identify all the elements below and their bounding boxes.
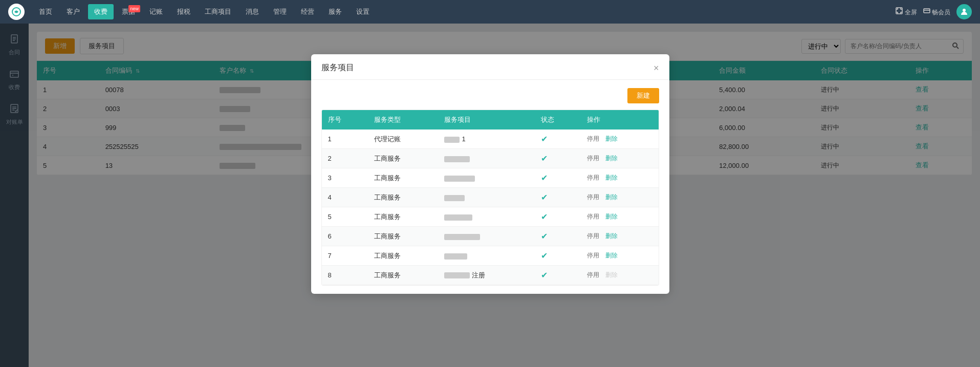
- top-nav: 首页 客户 收费 票据 new 记账 报税 工商项目 消息 管理 经营 服务 设…: [0, 0, 980, 24]
- stop-button[interactable]: 停用: [587, 232, 599, 241]
- modal-cell-seq: 8: [322, 266, 368, 285]
- modal-cell-item: [438, 246, 534, 266]
- modal-cell-action: 停用 删除: [581, 227, 658, 246]
- stop-button[interactable]: 停用: [587, 251, 599, 260]
- modal-cell-action: 停用 删除: [581, 207, 658, 227]
- svg-rect-2: [924, 9, 930, 13]
- modal-table-row: 1 代理记账 1 ✔ 停用 删除: [322, 129, 659, 149]
- modal-cell-item: [438, 149, 534, 168]
- modal-overlay: 服务项目 × 新建 序号 服务类型 服务项目 状态 操作: [0, 24, 980, 367]
- modal-cell-type: 工商服务: [368, 246, 439, 266]
- nav-baoshui[interactable]: 报税: [171, 4, 197, 19]
- modal-cell-status: ✔: [535, 227, 581, 246]
- modal-cell-item: [438, 168, 534, 188]
- modal-table-row: 3 工商服务 ✔ 停用 删除: [322, 168, 659, 188]
- modal-cell-action: 停用 删除: [581, 266, 658, 285]
- stop-button[interactable]: 停用: [587, 135, 599, 143]
- status-check-icon: ✔: [541, 135, 548, 143]
- delete-button[interactable]: 删除: [605, 154, 618, 163]
- modal-cell-seq: 5: [322, 207, 368, 227]
- modal-cell-action: 停用 删除: [581, 246, 658, 266]
- status-check-icon: ✔: [541, 193, 548, 202]
- modal-col-status: 状态: [535, 110, 581, 129]
- nav-items: 首页 客户 收费 票据 new 记账 报税 工商项目 消息 管理 经营 服务 设…: [33, 4, 896, 19]
- modal-cell-type: 工商服务: [368, 168, 439, 188]
- app-logo: [8, 4, 25, 20]
- nav-jingying[interactable]: 经营: [295, 4, 320, 19]
- delete-button[interactable]: 删除: [605, 212, 618, 221]
- svg-point-3: [963, 9, 966, 12]
- modal-table-wrap[interactable]: 序号 服务类型 服务项目 状态 操作 1 代理记账 1 ✔ 停用 删除 2: [321, 110, 659, 286]
- modal-table-row: 5 工商服务 ✔ 停用 删除: [322, 207, 659, 227]
- modal-cell-action: 停用 删除: [581, 149, 658, 168]
- nav-customer[interactable]: 客户: [60, 4, 86, 19]
- modal-col-type: 服务类型: [368, 110, 439, 129]
- nav-jizhang[interactable]: 记账: [143, 4, 169, 19]
- modal-cell-seq: 3: [322, 168, 368, 188]
- nav-guanli[interactable]: 管理: [267, 4, 293, 19]
- nav-gongshang[interactable]: 工商项目: [199, 4, 237, 19]
- delete-button[interactable]: 删除: [605, 174, 618, 182]
- modal-cell-seq: 1: [322, 129, 368, 149]
- nav-fuwu[interactable]: 服务: [322, 4, 348, 19]
- modal-header: 服务项目 ×: [311, 54, 669, 80]
- modal-close-button[interactable]: ×: [654, 63, 659, 73]
- nav-home[interactable]: 首页: [33, 4, 58, 19]
- modal-cell-action: 停用 删除: [581, 129, 658, 149]
- stop-button[interactable]: 停用: [587, 174, 599, 182]
- modal-table-row: 8 工商服务 注册 ✔ 停用 删除: [322, 266, 659, 285]
- modal-col-action: 操作: [581, 110, 658, 129]
- delete-button[interactable]: 删除: [605, 232, 618, 241]
- modal-table-row: 7 工商服务 ✔ 停用 删除: [322, 246, 659, 266]
- service-modal: 服务项目 × 新建 序号 服务类型 服务项目 状态 操作: [311, 54, 669, 294]
- modal-cell-status: ✔: [535, 207, 581, 227]
- nav-piao[interactable]: 票据 new: [116, 4, 141, 19]
- modal-cell-type: 工商服务: [368, 188, 439, 207]
- modal-cell-seq: 7: [322, 246, 368, 266]
- modal-new-button[interactable]: 新建: [627, 88, 659, 103]
- modal-cell-item: 注册: [438, 266, 534, 285]
- svg-rect-1: [896, 8, 902, 14]
- modal-col-seq: 序号: [322, 110, 368, 129]
- stop-button[interactable]: 停用: [587, 271, 599, 279]
- status-check-icon: ✔: [541, 271, 548, 279]
- modal-cell-item: [438, 207, 534, 227]
- stop-button[interactable]: 停用: [587, 193, 599, 202]
- modal-cell-item: [438, 188, 534, 207]
- fullscreen-btn[interactable]: 全屏: [896, 7, 917, 17]
- badge-new: new: [128, 5, 140, 12]
- modal-cell-type: 代理记账: [368, 129, 439, 149]
- top-nav-right: 全屏 畅会员: [896, 4, 972, 19]
- modal-title: 服务项目: [321, 62, 354, 73]
- delete-button[interactable]: 删除: [605, 251, 618, 260]
- modal-body: 新建 序号 服务类型 服务项目 状态 操作: [311, 80, 669, 294]
- modal-cell-seq: 2: [322, 149, 368, 168]
- delete-button[interactable]: 删除: [605, 135, 618, 143]
- status-check-icon: ✔: [541, 154, 548, 163]
- modal-cell-type: 工商服务: [368, 227, 439, 246]
- nav-shezhi[interactable]: 设置: [350, 4, 376, 19]
- modal-cell-status: ✔: [535, 149, 581, 168]
- modal-cell-seq: 6: [322, 227, 368, 246]
- delete-button[interactable]: 删除: [605, 193, 618, 202]
- nav-xiaoxi[interactable]: 消息: [239, 4, 265, 19]
- nav-shoufei[interactable]: 收费: [88, 4, 114, 19]
- status-check-icon: ✔: [541, 212, 548, 221]
- modal-table-row: 2 工商服务 ✔ 停用 删除: [322, 149, 659, 168]
- user-avatar[interactable]: [956, 4, 972, 19]
- modal-cell-type: 工商服务: [368, 266, 439, 285]
- modal-cell-status: ✔: [535, 129, 581, 149]
- modal-cell-item: 1: [438, 129, 534, 149]
- modal-cell-type: 工商服务: [368, 149, 439, 168]
- modal-cell-status: ✔: [535, 168, 581, 188]
- modal-col-item: 服务项目: [438, 110, 534, 129]
- modal-cell-seq: 4: [322, 188, 368, 207]
- stop-button[interactable]: 停用: [587, 154, 599, 163]
- modal-cell-action: 停用 删除: [581, 188, 658, 207]
- vip-btn[interactable]: 畅会员: [923, 7, 950, 17]
- modal-cell-type: 工商服务: [368, 207, 439, 227]
- modal-cell-item: [438, 227, 534, 246]
- stop-button[interactable]: 停用: [587, 212, 599, 221]
- modal-toolbar: 新建: [321, 88, 659, 103]
- modal-cell-status: ✔: [535, 188, 581, 207]
